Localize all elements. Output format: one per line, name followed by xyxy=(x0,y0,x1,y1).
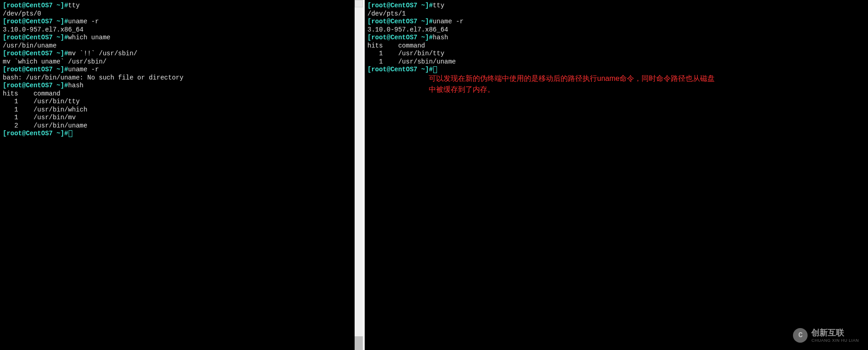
prompt-prefix: [root@CentOS7 ~]# xyxy=(367,34,433,41)
terminal-line: [root@CentOS7 ~]#uname -r xyxy=(367,18,865,26)
prompt-prefix: [root@CentOS7 ~]# xyxy=(3,2,68,9)
command-text: uname -r xyxy=(68,18,99,25)
watermark: C 创新互联 CHUANG XIN HU LIAN xyxy=(793,328,859,343)
output-text: 3.10.0-957.el7.x86_64 xyxy=(367,26,448,33)
terminal-line: [root@CentOS7 ~]#hash xyxy=(3,82,352,90)
terminal-line: [root@CentOS7 ~]#tty xyxy=(3,2,352,10)
terminal-line: 1 /usr/bin/mv xyxy=(3,114,352,122)
terminal-line: [root@CentOS7 ~]#tty xyxy=(367,2,865,10)
output-text: hits command xyxy=(367,42,425,49)
split-terminal-container: [root@CentOS7 ~]#tty/dev/pts/0[root@Cent… xyxy=(0,0,868,350)
watermark-sub: CHUANG XIN HU LIAN xyxy=(811,338,859,343)
command-text: uname -r xyxy=(68,66,99,73)
terminal-line: bash: /usr/bin/uname: No such file or di… xyxy=(3,74,352,82)
output-text: 1 /usr/bin/tty xyxy=(3,98,80,105)
watermark-main: 创新互联 xyxy=(811,328,859,338)
cursor-icon xyxy=(433,66,437,73)
scrollbar-left[interactable] xyxy=(355,0,363,350)
prompt-prefix: [root@CentOS7 ~]# xyxy=(3,66,68,73)
terminal-line: hits command xyxy=(367,42,865,50)
output-text: /dev/pts/0 xyxy=(3,10,41,17)
prompt-prefix: [root@CentOS7 ~]# xyxy=(3,130,68,137)
terminal-line: mv `which uname` /usr/sbin/ xyxy=(3,58,352,66)
watermark-text: 创新互联 CHUANG XIN HU LIAN xyxy=(811,328,859,343)
command-text: hash xyxy=(68,82,84,89)
watermark-logo-icon: C xyxy=(793,328,808,343)
scroll-up-button[interactable] xyxy=(355,0,363,7)
output-text: 1 /usr/sbin/uname xyxy=(367,58,456,65)
terminal-line: [root@CentOS7 ~]#which uname xyxy=(3,34,352,42)
output-text: 1 /usr/bin/tty xyxy=(367,50,444,57)
terminal-pane-left[interactable]: [root@CentOS7 ~]#tty/dev/pts/0[root@Cent… xyxy=(0,0,355,350)
terminal-line: [root@CentOS7 ~]#hash xyxy=(367,34,865,42)
output-text: mv `which uname` /usr/sbin/ xyxy=(3,58,107,65)
terminal-line: 1 /usr/sbin/uname xyxy=(367,58,865,66)
command-text: mv `!!` /usr/sbin/ xyxy=(68,50,137,57)
output-text: bash: /usr/bin/uname: No such file or di… xyxy=(3,74,183,81)
terminal-line: 1 /usr/bin/tty xyxy=(367,50,865,58)
terminal-line: 3.10.0-957.el7.x86_64 xyxy=(3,26,352,34)
output-text: hits command xyxy=(3,90,60,97)
terminal-line: 1 /usr/bin/which xyxy=(3,106,352,114)
annotation-text: 可以发现在新的伪终端中使用的是移动后的路径执行uname命令，同时命令路径也从磁… xyxy=(429,73,717,95)
terminal-line: 1 /usr/bin/tty xyxy=(3,98,352,106)
output-text: 1 /usr/bin/which xyxy=(3,106,87,113)
terminal-line: [root@CentOS7 ~]#uname -r xyxy=(3,66,352,74)
prompt-prefix: [root@CentOS7 ~]# xyxy=(367,66,433,73)
output-text: /dev/pts/1 xyxy=(367,10,406,17)
terminal-pane-right[interactable]: [root@CentOS7 ~]#tty/dev/pts/1[root@Cent… xyxy=(365,0,868,350)
command-text: tty xyxy=(68,2,80,9)
command-text: which uname xyxy=(68,34,110,41)
terminal-line: 2 /usr/bin/uname xyxy=(3,122,352,130)
terminal-line: hits command xyxy=(3,90,352,98)
prompt-prefix: [root@CentOS7 ~]# xyxy=(3,82,68,89)
output-text: /usr/bin/uname xyxy=(3,42,57,49)
prompt-prefix: [root@CentOS7 ~]# xyxy=(3,50,68,57)
prompt-prefix: [root@CentOS7 ~]# xyxy=(367,18,433,25)
terminal-line: /dev/pts/0 xyxy=(3,10,352,18)
output-text: 2 /usr/bin/uname xyxy=(3,122,87,129)
command-text: hash xyxy=(433,34,448,41)
command-text: tty xyxy=(433,2,444,9)
scroll-thumb[interactable] xyxy=(355,336,363,350)
cursor-icon xyxy=(69,130,72,137)
command-text: uname -r xyxy=(433,18,464,25)
terminal-line: [root@CentOS7 ~]# xyxy=(3,130,352,138)
terminal-line: 3.10.0-957.el7.x86_64 xyxy=(367,26,865,34)
prompt-prefix: [root@CentOS7 ~]# xyxy=(3,18,68,25)
output-text: 1 /usr/bin/mv xyxy=(3,114,76,121)
terminal-line: [root@CentOS7 ~]#uname -r xyxy=(3,18,352,26)
prompt-prefix: [root@CentOS7 ~]# xyxy=(3,34,68,41)
output-text: 3.10.0-957.el7.x86_64 xyxy=(3,26,83,33)
prompt-prefix: [root@CentOS7 ~]# xyxy=(367,2,433,9)
terminal-line: [root@CentOS7 ~]#mv `!!` /usr/sbin/ xyxy=(3,50,352,58)
terminal-line: /usr/bin/uname xyxy=(3,42,352,50)
terminal-line: /dev/pts/1 xyxy=(367,10,865,18)
terminal-line: [root@CentOS7 ~]# xyxy=(367,66,865,74)
